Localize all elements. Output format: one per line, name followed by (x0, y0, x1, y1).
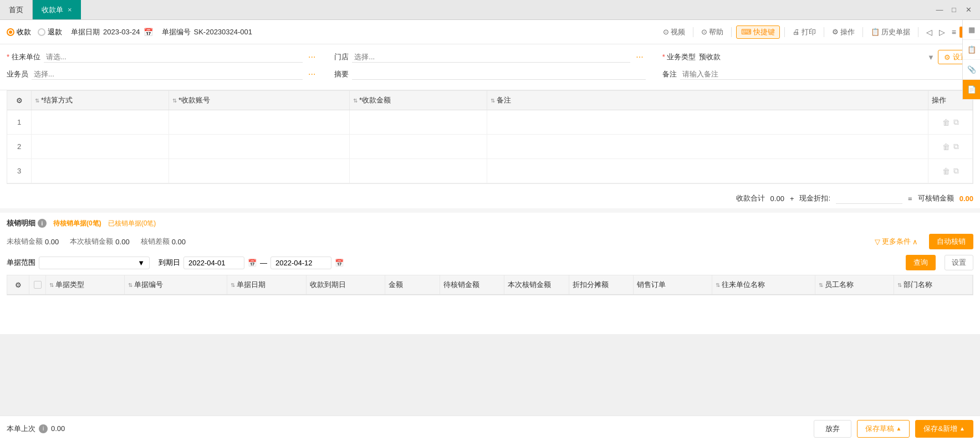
panel-list-icon[interactable]: 📋 (963, 40, 981, 60)
partner-input[interactable] (44, 52, 303, 63)
delete-icon-2[interactable]: 🗑 (942, 142, 950, 151)
receipt-radio[interactable]: 收款 (7, 27, 31, 37)
refund-radio-label: 退款 (48, 27, 62, 37)
tab-active[interactable]: 收款单 × (33, 0, 81, 19)
sort-icon-account: ⇅ (172, 98, 177, 104)
panel-grid-icon[interactable]: ▦ (963, 20, 981, 40)
print-button[interactable]: 🖨 打印 (789, 26, 819, 38)
copy-icon-2[interactable]: ⧉ (953, 142, 959, 151)
date-calendar-to-icon[interactable]: 📅 (335, 259, 344, 267)
th-remark: ⇅ 备注 (487, 91, 928, 110)
staff-input[interactable] (32, 69, 303, 80)
close-button[interactable]: ✕ (963, 5, 973, 15)
date-to-input[interactable] (270, 257, 331, 269)
vth-num-label: 单据编号 (134, 280, 163, 290)
query-button[interactable]: 查询 (906, 255, 936, 270)
refund-radio[interactable]: 退款 (38, 27, 62, 37)
toolbar-actions: ⊙ 视频 ⊙ 帮助 ⌨ 快捷键 🖨 打印 (660, 25, 973, 39)
td-account-2[interactable] (169, 135, 350, 158)
view-prev-button[interactable]: ◁ (923, 27, 936, 38)
td-remark-2[interactable] (487, 135, 928, 158)
stat1-label: 未核销金额 (7, 237, 43, 247)
store-field: 门店 ··· (334, 52, 645, 63)
panel-expand-icon[interactable]: 📄 (963, 80, 981, 100)
summary-input[interactable] (352, 69, 645, 80)
auto-cancel-button[interactable]: 自动核销 (929, 234, 973, 249)
vth-type: ⇅ 单据类型 (46, 275, 125, 294)
bottom-info-icon[interactable]: i (39, 424, 48, 433)
stat1-value: 0.00 (45, 238, 59, 246)
vth-staff: ⇅ 员工名称 (815, 275, 894, 294)
tab-pending[interactable]: 待核销单据(0笔) (53, 219, 101, 228)
td-settle-2[interactable] (32, 135, 169, 158)
date-label: 单据日期 (71, 27, 100, 37)
cash-discount-input[interactable] (836, 193, 902, 204)
td-settle-3[interactable] (32, 159, 169, 183)
receipt-table: ⚙ ⇅ *结算方式 ⇅ *收款账号 ⇅ *收款金额 ⇅ 备注 (7, 90, 973, 184)
summary-label: 摘要 (334, 69, 349, 79)
copy-icon-1[interactable]: ⧉ (953, 117, 959, 127)
query-label: 查询 (913, 258, 928, 266)
video-button[interactable]: ⊙ 视频 (660, 26, 688, 38)
copy-icon-3[interactable]: ⧉ (953, 166, 959, 176)
td-amount-3[interactable] (350, 159, 487, 183)
number-label: 单据编号 (162, 27, 191, 37)
date-from-input[interactable] (183, 257, 244, 269)
td-account-1[interactable] (169, 110, 350, 134)
notes-label: 备注 (662, 69, 677, 79)
td-settle-1[interactable] (32, 110, 169, 134)
range-chevron-icon: ▼ (137, 259, 145, 267)
panel-attach-icon[interactable]: 📎 (963, 60, 981, 80)
stat2-value: 0.00 (115, 238, 129, 246)
view-next-button[interactable]: ▷ (936, 27, 948, 38)
td-amount-1[interactable] (350, 110, 487, 134)
operation-button[interactable]: ⚙ 操作 (829, 26, 858, 38)
stat2-label: 本次核销金额 (70, 237, 113, 247)
range-select[interactable]: ▼ (39, 257, 150, 269)
td-ops-1: 🗑 ⧉ (928, 110, 973, 134)
sort-icon-vnum: ⇅ (128, 282, 132, 288)
maximize-button[interactable]: □ (949, 5, 959, 15)
help-button[interactable]: ⊙ 帮助 (698, 26, 727, 38)
more-conditions-button[interactable]: ▽ 更多条件 ∧ (875, 237, 918, 247)
receipt-radio-dot (7, 28, 14, 36)
notes-input[interactable] (680, 69, 973, 80)
tab-done[interactable]: 已核销单据(0笔) (108, 219, 156, 228)
tab-close-icon[interactable]: × (68, 6, 72, 14)
help-label: 帮助 (709, 27, 723, 37)
partner-more-icon[interactable]: ··· (306, 52, 318, 62)
date-calendar-from-icon[interactable]: 📅 (248, 259, 257, 267)
verif-settings-button[interactable]: 设置 (945, 255, 973, 270)
sort-icon-vstaff: ⇅ (819, 282, 823, 288)
delete-icon-1[interactable]: 🗑 (942, 118, 950, 127)
date-range-filter: 到期日 📅 — 📅 (159, 257, 344, 269)
verif-info-icon[interactable]: i (38, 219, 47, 228)
vth-gear[interactable]: ⚙ (7, 275, 29, 294)
save-draft-label: 保存草稿 (865, 424, 894, 434)
save-draft-button[interactable]: 保存草稿 ▲ (857, 420, 910, 438)
sort-icon-vdept: ⇅ (897, 282, 902, 288)
bottom-label: 本单上次 (7, 424, 35, 434)
vth-check[interactable] (29, 275, 46, 294)
abandon-button[interactable]: 放弃 (814, 420, 851, 438)
td-remark-3[interactable] (487, 159, 928, 183)
bottom-actions: 放弃 保存草稿 ▲ 保存&新增 ▲ (814, 420, 973, 438)
th-gear[interactable]: ⚙ (7, 91, 32, 110)
view-list-button[interactable]: ≡ (948, 27, 959, 38)
business-type-select[interactable]: 预收款 ▼ (699, 52, 935, 62)
save-new-button[interactable]: 保存&新增 ▲ (915, 420, 973, 438)
select-all-checkbox[interactable] (34, 281, 42, 289)
tab-home[interactable]: 首页 (0, 0, 33, 19)
history-button[interactable]: 📋 历史单据 (867, 26, 913, 38)
shortcut-button[interactable]: ⌨ 快捷键 (736, 25, 780, 39)
td-account-3[interactable] (169, 159, 350, 183)
minimize-button[interactable]: — (935, 5, 945, 15)
staff-more-icon[interactable]: ··· (306, 69, 318, 79)
td-amount-2[interactable] (350, 135, 487, 158)
store-more-icon[interactable]: ··· (634, 52, 645, 62)
divider3 (784, 27, 785, 37)
date-calendar-icon[interactable]: 📅 (144, 28, 153, 37)
td-remark-1[interactable] (487, 110, 928, 134)
delete-icon-3[interactable]: 🗑 (942, 167, 950, 176)
store-input[interactable] (352, 52, 630, 63)
